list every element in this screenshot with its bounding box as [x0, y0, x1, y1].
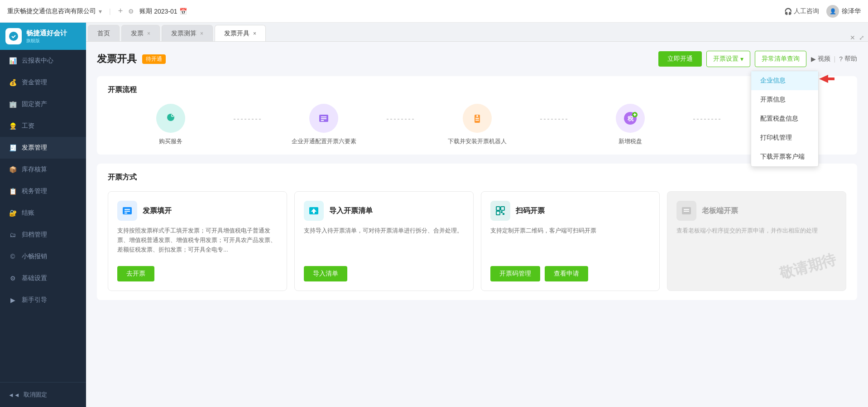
- tab-invoice-close[interactable]: ×: [147, 31, 150, 36]
- tab-issue-close[interactable]: ×: [253, 31, 256, 36]
- add-company-button[interactable]: +: [118, 6, 123, 16]
- flow-step-1: 购买服务: [108, 104, 234, 145]
- sidebar-label: 资金管理: [22, 78, 47, 87]
- separator: |: [109, 8, 111, 15]
- help-button[interactable]: ▶ 视频 | ? 帮助: [811, 55, 857, 63]
- sidebar-item-tax[interactable]: 📋 税务管理: [0, 180, 86, 202]
- card3-desc: 支持定制开票二维码，客户端可扫码开票: [490, 226, 651, 255]
- svg-point-0: [9, 32, 18, 41]
- flow-section: 开票流程 购买服务 企业开通配置开票六要素: [97, 76, 857, 155]
- account-period-value: 2023-01: [154, 8, 177, 15]
- sidebar-item-settings[interactable]: ⚙ 基础设置: [0, 267, 86, 289]
- settings-dropdown-wrapper: 开票设置 ▾ 企业信息: [706, 51, 750, 67]
- question-icon: ?: [839, 55, 843, 63]
- tab-home-label: 首页: [97, 29, 110, 38]
- method-card-fill: 发票填开 支持按照发票样式手工填开发票；可开具增值税电子普通发票、增值税普通发票…: [108, 191, 287, 291]
- sidebar-item-capital[interactable]: 💰 资金管理: [0, 72, 86, 93]
- page-title-area: 发票开具 待开通: [97, 52, 166, 66]
- step-divider-4: [693, 119, 720, 120]
- card4-icon: [676, 201, 696, 221]
- page-header: 发票开具 待开通 立即开通 开票设置 ▾: [97, 51, 857, 67]
- card2-name: 导入开票清单: [329, 206, 373, 216]
- user-info[interactable]: 👤 徐泽华: [826, 5, 861, 18]
- guide-icon: ▶: [8, 296, 17, 305]
- card2-icon: [304, 201, 324, 221]
- card1-goto-button[interactable]: 去开票: [117, 266, 154, 281]
- tab-home[interactable]: 首页: [88, 25, 120, 41]
- settings-gear-icon[interactable]: ⚙: [128, 8, 134, 15]
- method-card-import: 导入开票清单 支持导入待开票清单，可对待开票清单进行拆分、合并处理。 导入清单: [294, 191, 474, 291]
- dropdown-item-company[interactable]: 企业信息: [751, 71, 818, 90]
- tab-calc-close[interactable]: ×: [200, 31, 203, 36]
- exception-button[interactable]: 异常清单查询: [755, 51, 806, 67]
- card2-header: 导入开票清单: [304, 201, 464, 221]
- step4-label: 新增税盘: [619, 137, 642, 145]
- step-divider-1: [234, 119, 261, 120]
- card3-header: 扫码开票: [490, 201, 651, 221]
- service-button[interactable]: 🎧 人工咨询: [784, 7, 819, 15]
- red-arrow-container: [819, 74, 834, 85]
- dropdown-item-download-client[interactable]: 下载开票客户端: [751, 147, 818, 166]
- methods-section: 开票方式 发票填开 支持按照发票样式手工填开发票；可开具增值税电子普通发票、增值…: [97, 164, 857, 300]
- sidebar-label: 库存核算: [22, 165, 47, 174]
- card3-apply-button[interactable]: 查看申请: [545, 266, 588, 281]
- tab-bar-right: ✕ ⤢: [846, 34, 868, 41]
- method-card-scan: 扫码开票 支持定制开票二维码，客户端可扫码开票 开票码管理 查看申请: [481, 191, 660, 291]
- sidebar-item-cloud-reports[interactable]: 📊 云报表中心: [0, 50, 86, 72]
- tab-expand-icon[interactable]: ⤢: [859, 34, 864, 41]
- separator2: |: [834, 55, 836, 63]
- sidebar-label: 小畅报销: [22, 252, 47, 261]
- sidebar-item-guide[interactable]: ▶ 新手引导: [0, 289, 86, 311]
- calendar-icon[interactable]: 📅: [179, 8, 187, 15]
- logo-badge: 旗舰版: [26, 38, 67, 44]
- expense-icon: ©: [8, 252, 17, 261]
- avatar: 👤: [826, 5, 839, 18]
- tab-close-all-icon[interactable]: ✕: [850, 34, 855, 41]
- activate-button[interactable]: 立即开通: [658, 51, 702, 67]
- card3-qrcode-button[interactable]: 开票码管理: [490, 266, 540, 281]
- content-area: 首页 发票 × 发票测算 × 发票开具 × ✕ ⤢: [86, 23, 868, 407]
- top-bar-right: 🎧 人工咨询 👤 徐泽华: [784, 5, 861, 18]
- company-selector[interactable]: 重庆畅捷交通信息咨询有限公司 ▾: [7, 7, 102, 15]
- card1-header: 发票填开: [117, 201, 278, 221]
- red-arrow-icon: [819, 74, 834, 84]
- svg-rect-14: [475, 120, 479, 121]
- sidebar-label: 发票管理: [22, 144, 47, 152]
- sidebar-item-expense[interactable]: © 小畅报销: [0, 246, 86, 267]
- dropdown-item-printer[interactable]: 打印机管理: [751, 128, 818, 147]
- sidebar-item-salary[interactable]: 👷 工资: [0, 115, 86, 137]
- card1-desc: 支持按照发票样式手工填开发票；可开具增值税电子普通发票、增值税普通发票、增值税专…: [117, 226, 278, 261]
- sidebar-item-fixed-assets[interactable]: 🏢 固定资产: [0, 93, 86, 115]
- company-name: 重庆畅捷交通信息咨询有限公司: [7, 7, 96, 15]
- page-content: 发票开具 待开通 立即开通 开票设置 ▾: [86, 42, 868, 407]
- dropdown-item-invoice-info[interactable]: 开票信息: [751, 90, 818, 109]
- svg-rect-34: [503, 213, 504, 215]
- settings-button[interactable]: 开票设置 ▾: [706, 51, 750, 67]
- sidebar-label: 工资: [22, 122, 34, 130]
- sidebar-item-inventory[interactable]: 📦 库存核算: [0, 159, 86, 180]
- sidebar-unpin-button[interactable]: ◄◄ 取消固定: [0, 386, 86, 403]
- tab-invoice[interactable]: 发票 ×: [121, 25, 160, 41]
- svg-point-12: [476, 115, 478, 117]
- logo-title: 畅捷通好会计: [26, 29, 67, 38]
- settings-label: 开票设置: [713, 55, 739, 63]
- card3-buttons: 开票码管理 查看申请: [490, 261, 651, 281]
- chevron-down-icon: ▾: [740, 55, 743, 63]
- step4-icon: 税: [616, 104, 645, 133]
- sidebar-bottom-label: 取消固定: [24, 391, 47, 399]
- settings-icon: ⚙: [8, 274, 17, 283]
- sidebar-item-archive[interactable]: 🗂 归档管理: [0, 224, 86, 246]
- tab-calc-label: 发票测算: [171, 29, 197, 38]
- tab-invoice-issue[interactable]: 发票开具 ×: [215, 25, 266, 41]
- account-period: 账期 2023-01 📅: [139, 7, 187, 15]
- dropdown-item-tax-config[interactable]: 配置税盘信息: [751, 109, 818, 128]
- username: 徐泽华: [842, 7, 861, 15]
- tab-invoice-calc[interactable]: 发票测算 ×: [162, 25, 213, 41]
- asset-icon: 🏢: [8, 100, 17, 109]
- flow-step-3: 下载并安装开票机器人: [414, 104, 540, 145]
- status-badge: 待开通: [142, 54, 166, 64]
- card2-import-button[interactable]: 导入清单: [304, 266, 347, 281]
- sidebar-item-checkout[interactable]: 🔐 结账: [0, 202, 86, 224]
- sidebar-label: 新手引导: [22, 296, 47, 304]
- sidebar-item-invoice[interactable]: 🧾 发票管理: [0, 137, 86, 159]
